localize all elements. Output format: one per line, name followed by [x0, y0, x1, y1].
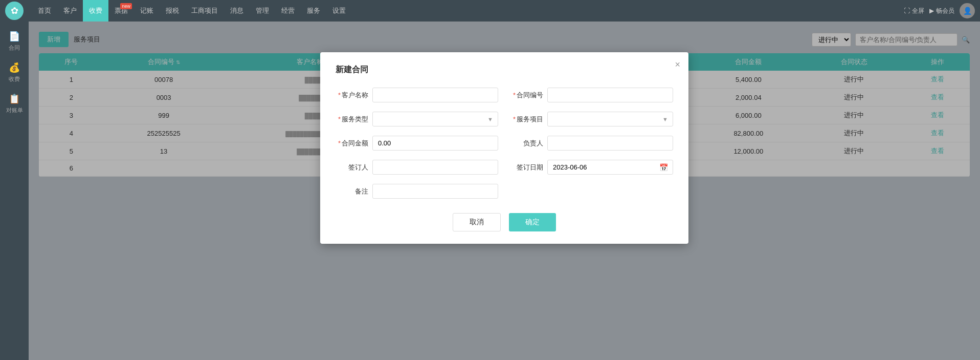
cancel-button[interactable]: 取消	[453, 213, 501, 231]
fullscreen-icon: ⛶	[904, 7, 910, 14]
confirm-button[interactable]: 确定	[509, 213, 556, 231]
statement-icon: 📋	[9, 93, 20, 104]
responsible-person-input[interactable]	[547, 136, 673, 151]
responsible-person-field: 负责人	[510, 136, 673, 151]
contract-amount-input[interactable]	[372, 136, 498, 151]
new-badge: new	[120, 3, 132, 9]
calendar-icon[interactable]: 📅	[659, 163, 668, 172]
left-sidebar: 📄 合同 💰 收费 📋 对账单	[0, 22, 29, 360]
contract-no-label: *合同编号	[510, 91, 543, 100]
form-row-2: *服务类型 ▼ *服务项目	[336, 112, 673, 126]
content-area: 新增 服务项目 进行中 已完成 已终止 🔍 序号 合同编号⇅ 客户名称⇅ 服务项…	[29, 22, 980, 360]
top-nav-right: ⛶ 全屏 ▶ 畅会员 👤	[904, 3, 975, 18]
contract-no-field: *合同编号	[510, 88, 673, 102]
fullscreen-button[interactable]: ⛶ 全屏	[904, 7, 924, 15]
signer-label: 签订人	[336, 163, 368, 172]
nav-billing[interactable]: 收费	[83, 0, 108, 22]
modal-footer: 取消 确定	[336, 213, 673, 231]
service-item-label: *服务项目	[510, 115, 543, 124]
nav-operation[interactable]: 经营	[275, 0, 301, 22]
user-avatar[interactable]: 👤	[960, 3, 975, 18]
nav-admin[interactable]: 管理	[250, 0, 275, 22]
nav-home[interactable]: 首页	[32, 0, 57, 22]
nav-service[interactable]: 服务	[301, 0, 326, 22]
sign-date-wrapper: 📅	[547, 160, 673, 175]
nav-bizproject[interactable]: 工商项目	[185, 0, 224, 22]
form-row-4: 签订人 签订日期 📅	[336, 160, 673, 175]
sign-date-field: 签订日期 📅	[510, 160, 673, 175]
modal-overlay: 新建合同 × *客户名称 *合同编号	[29, 22, 980, 360]
nav-customer[interactable]: 客户	[57, 0, 83, 22]
contract-no-input[interactable]	[547, 88, 673, 102]
sidebar-item-billing[interactable]: 💰 收费	[2, 58, 27, 87]
service-type-select[interactable]	[372, 112, 498, 126]
nav-invoice[interactable]: 票据 new	[108, 0, 134, 22]
contract-amount-field: *合同金额	[336, 136, 498, 151]
new-contract-modal: 新建合同 × *客户名称 *合同编号	[320, 52, 688, 244]
sidebar-item-statement[interactable]: 📋 对账单	[2, 89, 27, 118]
main-layout: 📄 合同 💰 收费 📋 对账单 新增 服务项目 进行中 已完成 已终止 �	[0, 22, 980, 360]
customer-name-field: *客户名称	[336, 88, 498, 102]
nav-tax[interactable]: 报税	[160, 0, 185, 22]
nav-message[interactable]: 消息	[224, 0, 250, 22]
signer-field: 签订人	[336, 160, 498, 175]
customer-name-input[interactable]	[372, 88, 498, 102]
remark-input[interactable]	[372, 184, 498, 199]
service-type-label: *服务类型	[336, 115, 368, 124]
form-row-1: *客户名称 *合同编号	[336, 88, 673, 102]
contract-amount-label: *合同金额	[336, 139, 368, 148]
sidebar-item-contract[interactable]: 📄 合同	[2, 27, 27, 56]
customer-name-label: *客户名称	[336, 91, 368, 100]
billing-icon: 💰	[9, 62, 20, 73]
form-row-5: 备注	[336, 184, 673, 199]
avatar-icon: 👤	[963, 7, 972, 15]
top-navigation: ✿ 首页 客户 收费 票据 new 记账 报税 工商项目 消息 管理 经营 服务…	[0, 0, 980, 22]
responsible-person-label: 负责人	[510, 139, 543, 148]
sign-date-label: 签订日期	[510, 163, 543, 172]
member-button[interactable]: ▶ 畅会员	[929, 7, 954, 15]
nav-settings[interactable]: 设置	[326, 0, 352, 22]
remark-label: 备注	[336, 187, 368, 196]
modal-close-button[interactable]: ×	[675, 59, 680, 70]
service-type-field: *服务类型 ▼	[336, 112, 498, 126]
service-item-select-wrapper: ▼	[547, 112, 673, 126]
service-item-field: *服务项目 ▼	[510, 112, 673, 126]
remark-field: 备注	[336, 184, 498, 199]
nav-bookkeeping[interactable]: 记账	[134, 0, 160, 22]
service-type-select-wrapper: ▼	[372, 112, 498, 126]
play-icon: ▶	[929, 7, 934, 14]
contract-icon: 📄	[9, 31, 20, 42]
form-row-3: *合同金额 负责人	[336, 136, 673, 151]
modal-title: 新建合同	[336, 65, 673, 75]
service-item-select[interactable]	[547, 112, 673, 126]
sign-date-input[interactable]	[547, 160, 673, 175]
signer-input[interactable]	[372, 160, 498, 175]
app-logo[interactable]: ✿	[5, 2, 24, 20]
